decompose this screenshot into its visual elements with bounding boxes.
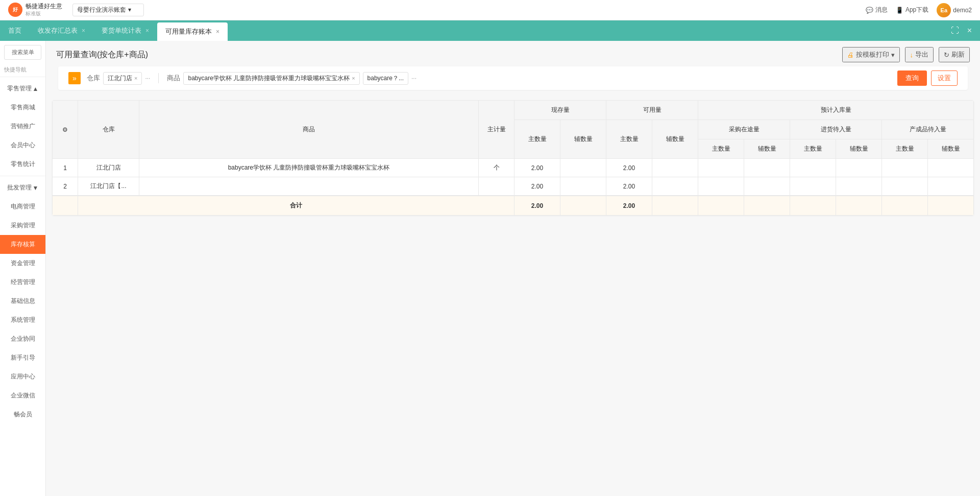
tab-available-label: 可用量库存账本 bbox=[165, 27, 212, 36]
filter-actions: 查询 设置 bbox=[897, 70, 958, 86]
filter-expand-button[interactable]: » bbox=[68, 72, 81, 84]
message-icon: 💬 bbox=[866, 7, 873, 14]
row1-avail-main: 2.00 bbox=[606, 159, 652, 177]
sidebar-item-enterprise[interactable]: 企业协同 bbox=[0, 329, 45, 348]
sidebar-item-sys[interactable]: 系统管理 bbox=[0, 311, 45, 329]
sidebar-search[interactable]: 搜索菜单 bbox=[0, 41, 45, 64]
sidebar-divider-2 bbox=[0, 176, 45, 176]
print-label: 按模板打印 bbox=[856, 50, 889, 59]
export-button[interactable]: ↓ 导出 bbox=[905, 47, 934, 62]
sidebar-item-app-center[interactable]: 应用中心 bbox=[0, 367, 45, 386]
row2-warehouse: 江北门店【... bbox=[78, 177, 139, 196]
filter-bar-wrapper: » 仓库 江北门店 × ··· 商品 babycare学饮杯 儿童防摔防撞吸管杯… bbox=[46, 66, 980, 94]
chevron-icon: ▲ bbox=[33, 85, 39, 92]
th-planned-in: 预计入库量 bbox=[698, 101, 974, 120]
th-main-unit: 主计量 bbox=[479, 101, 514, 159]
table-container: ⚙ 仓库 商品 主计量 现存量 可用量 预计入库量 主数量 辅数量 主数量 辅数… bbox=[46, 94, 980, 496]
filter-product-label: 商品 bbox=[167, 74, 180, 83]
footer-avail-main: 2.00 bbox=[606, 196, 652, 216]
row2-goods-aux bbox=[836, 177, 882, 196]
th-current-stock: 现存量 bbox=[514, 101, 606, 120]
footer-label: 合计 bbox=[78, 196, 514, 216]
row1-goods-aux bbox=[836, 159, 882, 177]
tab-available[interactable]: 可用量库存账本 × bbox=[157, 22, 228, 41]
row1-goods-main bbox=[790, 159, 836, 177]
filter-warehouse-more-icon[interactable]: ··· bbox=[145, 75, 150, 82]
sidebar-item-retail-mgmt-label: 零售管理 bbox=[7, 84, 32, 93]
sidebar-item-retail-mall[interactable]: 零售商城 bbox=[0, 98, 45, 117]
tab-bar-close-icon[interactable]: × bbox=[965, 24, 974, 37]
filter-product-value-1: babycare学饮杯 儿童防摔防撞吸管杯重力球吸嘴杯宝宝水杯 bbox=[188, 74, 350, 83]
footer-goods-main bbox=[790, 196, 836, 216]
tab-demand[interactable]: 要货单统计表 × bbox=[93, 20, 157, 41]
refresh-button[interactable]: ↻ 刷新 bbox=[939, 47, 970, 62]
footer-pur-main bbox=[698, 196, 744, 216]
tab-home[interactable]: 首页 bbox=[0, 20, 30, 41]
filter-warehouse-tag: 江北门店 × bbox=[103, 72, 142, 85]
tenant-select[interactable]: 母婴行业演示账套 ▾ bbox=[72, 4, 144, 16]
tab-demand-close[interactable]: × bbox=[145, 27, 149, 34]
filter-warehouse-remove-icon[interactable]: × bbox=[134, 75, 137, 81]
sidebar-item-ecommerce-label: 电商管理 bbox=[11, 202, 35, 211]
th-avail-main: 主数量 bbox=[606, 120, 652, 159]
footer-avail-aux bbox=[652, 196, 698, 216]
footer-stock-aux bbox=[560, 196, 606, 216]
row2-stock-aux bbox=[560, 177, 606, 196]
app-download-button[interactable]: 📱 App下载 bbox=[896, 6, 928, 14]
row2-product bbox=[139, 177, 479, 196]
row2-pur-main bbox=[698, 177, 744, 196]
sidebar-item-purchase[interactable]: 采购管理 bbox=[0, 216, 45, 235]
row1-fin-main bbox=[882, 159, 928, 177]
row1-pur-aux bbox=[744, 159, 790, 177]
avatar: Ea bbox=[937, 3, 951, 17]
th-stock-main: 主数量 bbox=[514, 120, 560, 159]
filter-product-more-icon[interactable]: ··· bbox=[411, 75, 416, 82]
sidebar-item-marketing[interactable]: 营销推广 bbox=[0, 117, 45, 136]
sidebar-item-wholesale[interactable]: 批发管理 ▼ bbox=[0, 178, 45, 197]
row2-unit bbox=[479, 177, 514, 196]
sidebar-item-member[interactable]: 会员中心 bbox=[0, 136, 45, 155]
sidebar-item-enterprise-wx[interactable]: 企业微信 bbox=[0, 386, 45, 405]
sidebar-item-inventory[interactable]: 库存核算 bbox=[0, 235, 45, 254]
print-button[interactable]: 🖨 按模板打印 ▾ bbox=[842, 47, 900, 62]
row1-warehouse: 江北门店 bbox=[78, 159, 139, 177]
th-goods-pending: 进货待入量 bbox=[790, 120, 882, 139]
search-menu-button[interactable]: 搜索菜单 bbox=[4, 45, 41, 60]
th-gear: ⚙ bbox=[53, 101, 78, 159]
app-download-label: App下载 bbox=[905, 6, 928, 14]
sidebar-item-vip[interactable]: 畅会员 bbox=[0, 405, 45, 424]
query-button[interactable]: 查询 bbox=[897, 70, 927, 86]
fullscreen-icon[interactable]: ⛶ bbox=[949, 24, 961, 37]
sidebar-item-finance[interactable]: 资金管理 bbox=[0, 254, 45, 273]
filter-product-remove-icon-1[interactable]: × bbox=[352, 75, 355, 81]
tab-receive[interactable]: 收发存汇总表 × bbox=[30, 20, 93, 41]
mobile-icon: 📱 bbox=[896, 7, 903, 14]
message-button[interactable]: 💬 消息 bbox=[866, 6, 888, 14]
sidebar-item-base[interactable]: 基础信息 bbox=[0, 292, 45, 311]
logo-area: 好 畅捷通好生意 标准版 bbox=[8, 3, 62, 17]
tab-available-close[interactable]: × bbox=[216, 28, 219, 35]
row2-fin-main bbox=[882, 177, 928, 196]
th-product: 商品 bbox=[139, 101, 479, 159]
th-avail-aux: 辅数量 bbox=[652, 120, 698, 159]
row2-goods-main bbox=[790, 177, 836, 196]
tab-receive-close[interactable]: × bbox=[82, 27, 85, 34]
filter-product-value-2: babycare？... bbox=[368, 74, 404, 83]
tab-demand-label: 要货单统计表 bbox=[102, 26, 141, 35]
sidebar-item-ops-label: 经营管理 bbox=[11, 278, 35, 287]
avatar-text: Ea bbox=[941, 7, 947, 13]
sidebar-item-retail-stats[interactable]: 零售统计 bbox=[0, 155, 45, 174]
th-fin-aux: 辅数量 bbox=[928, 139, 974, 159]
sidebar-item-ecommerce[interactable]: 电商管理 bbox=[0, 197, 45, 216]
user-area[interactable]: Ea demo2 bbox=[937, 3, 972, 17]
content-area: 可用量查询(按仓库+商品) 🖨 按模板打印 ▾ ↓ 导出 ↻ 刷新 bbox=[46, 41, 980, 496]
chevron-down-icon: ▼ bbox=[33, 184, 39, 192]
sidebar-item-retail-mgmt[interactable]: 零售管理 ▲ bbox=[0, 79, 45, 98]
sidebar-item-new-guide[interactable]: 新手引导 bbox=[0, 348, 45, 367]
logo-icon: 好 bbox=[8, 3, 22, 17]
settings-button[interactable]: 设置 bbox=[931, 70, 958, 86]
tenant-name: 母婴行业演示账套 bbox=[77, 6, 126, 14]
sidebar-item-member-label: 会员中心 bbox=[11, 141, 35, 150]
sidebar-item-ops[interactable]: 经营管理 bbox=[0, 273, 45, 292]
tab-home-label: 首页 bbox=[8, 26, 21, 35]
